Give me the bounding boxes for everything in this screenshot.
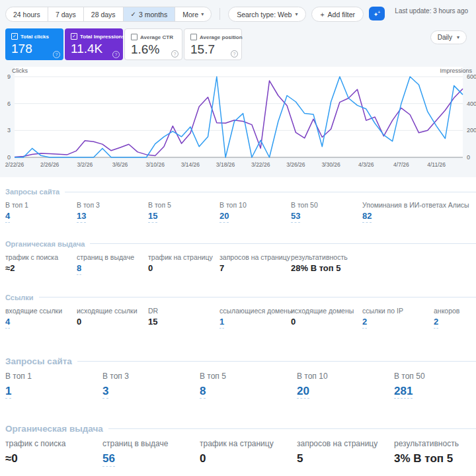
metric-label: Average CTR (140, 34, 173, 40)
stat-value[interactable]: 3 (102, 385, 108, 399)
stat-label: страниц в выдаче (77, 253, 148, 261)
stat-упоминания-в-ии-ответах-алисы: Упоминания в ИИ-ответах Алисы82 (362, 201, 469, 223)
stat-входящие-ссылки: входящие ссылки4 (5, 307, 77, 329)
time-filter-28-days[interactable]: 28 days (84, 7, 124, 21)
stat-label: В топ 50 (291, 201, 362, 209)
checked-checkbox-icon[interactable]: ✓ (71, 33, 77, 40)
stat-label: Упоминания в ИИ-ответах Алисы (362, 201, 469, 209)
stat-в-топ-50: В топ 50281 (394, 372, 425, 399)
help-icon[interactable]: ? (112, 51, 120, 58)
stat-label: трафик на страницу (148, 253, 219, 261)
stat-value[interactable]: 4 (5, 212, 10, 223)
metric-card-average-ctr[interactable]: Average CTR1.6%? (124, 28, 182, 60)
unchecked-checkbox-icon[interactable] (131, 34, 138, 40)
stat-value[interactable]: 82 (362, 212, 372, 223)
chevron-down-icon: ▾ (201, 11, 204, 17)
svg-text:200: 200 (467, 127, 476, 134)
section-rule (65, 192, 476, 192)
section-header: Органическая выдача (5, 424, 476, 434)
stat-value[interactable]: 56 (102, 452, 115, 467)
checked-checkbox-icon[interactable]: ✓ (11, 33, 18, 40)
section-items: трафик с поиска≈2страниц в выдаче8трафик… (5, 253, 476, 275)
ai-filter-button[interactable]: ✦+ (369, 7, 385, 20)
svg-text:0: 0 (7, 154, 11, 161)
stat-value[interactable]: 1 (219, 317, 224, 329)
granularity-dropdown[interactable]: Daily ▾ (430, 30, 467, 44)
section-items: трафик с поиска≈0страниц в выдаче56трафи… (5, 439, 476, 467)
add-filter-button[interactable]: + Add filter (311, 7, 364, 22)
time-filter-7-days[interactable]: 7 days (48, 7, 84, 21)
search-type-button[interactable]: Search type: Web ▾ (228, 7, 306, 22)
stat-запросов-на-страницу: запросов на страницу5 (297, 439, 394, 465)
time-filter-group: 24 hours7 days28 days✓3 monthsMore▾ (5, 7, 212, 22)
metric-cards-row: ✓Total clicks178?✓Total Impressions11.4K… (0, 28, 476, 60)
stat-value[interactable]: 15 (148, 212, 157, 223)
stat-страниц-в-выдаче: страниц в выдаче8 (77, 253, 148, 275)
svg-text:3/10/26: 3/10/26 (146, 161, 165, 168)
section-header: Запросы сайта (5, 188, 476, 196)
stat-value[interactable]: 281 (394, 385, 413, 399)
metric-card-average-position[interactable]: Average position15.7? (184, 28, 242, 60)
stat-label: В топ 10 (219, 201, 291, 209)
stat-анкоров: анкоров2 (434, 307, 459, 329)
stat-value[interactable]: 8 (77, 264, 81, 275)
performance-chart[interactable]: 00320064009600ClicksImpressions2/22/262/… (0, 67, 476, 171)
svg-text:600: 600 (467, 73, 476, 80)
stat-в-топ-10: В топ 1020 (219, 201, 291, 223)
stat-label: входящие ссылки (5, 307, 77, 315)
stat-label: В топ 3 (77, 201, 148, 209)
svg-text:4/7/26: 4/7/26 (393, 161, 409, 168)
stat-value: ≈0 (5, 452, 18, 465)
svg-text:4/3/26: 4/3/26 (358, 161, 374, 168)
help-icon[interactable]: ? (231, 50, 238, 58)
time-filter-more[interactable]: More▾ (175, 7, 211, 21)
stat-value[interactable]: 1 (5, 385, 11, 399)
svg-text:3/26/26: 3/26/26 (286, 161, 305, 168)
stat-запросов-на-страницу: запросов на страницу7 (219, 253, 291, 274)
section-header: Органическая выдача (5, 240, 476, 248)
svg-text:3: 3 (7, 127, 11, 134)
last-update-text: Last update: 3 hours ago (395, 7, 468, 15)
stat-value[interactable]: 4 (5, 317, 10, 329)
stat-ссылающиеся-домены: ссылающиеся домены1 (219, 307, 291, 329)
unchecked-checkbox-icon[interactable] (190, 34, 197, 40)
metric-card-total-impressions[interactable]: ✓Total Impressions11.4K? (65, 28, 123, 60)
toolbar-divider (219, 8, 220, 20)
section-органическая-выдача-4: Органическая выдачатрафик с поиска≈0стра… (5, 424, 476, 467)
stat-value: 5 (297, 452, 303, 465)
search-type-label: Search type: Web (237, 11, 292, 19)
stat-value: 15 (148, 317, 157, 327)
time-filter-label: 28 days (91, 11, 116, 19)
stat-результативность: результативность3% В топ 5 (394, 439, 459, 465)
metric-card-total-clicks[interactable]: ✓Total clicks178? (5, 28, 63, 60)
stat-value[interactable]: 13 (77, 212, 86, 223)
section-ссылки-2: Ссылкивходящие ссылки4исходящие ссылки0D… (5, 294, 476, 329)
stat-value[interactable]: 20 (219, 212, 229, 223)
check-icon: ✓ (131, 11, 136, 18)
stat-в-топ-50: В топ 5053 (291, 201, 362, 223)
stat-label: ссылающиеся домены (219, 307, 291, 315)
stat-label: ссылки по IP (362, 307, 434, 315)
stat-value[interactable]: 2 (362, 317, 367, 329)
svg-text:3/22/26: 3/22/26 (251, 161, 270, 168)
stat-value: 0 (200, 452, 206, 465)
time-filter-3-months[interactable]: ✓3 months (124, 7, 176, 21)
stat-в-топ-1: В топ 11 (5, 372, 102, 399)
card-header: Average CTR (131, 34, 182, 40)
help-icon[interactable]: ? (53, 51, 60, 58)
svg-text:0: 0 (467, 154, 470, 161)
stat-value[interactable]: 8 (200, 385, 206, 399)
sparkle-plus-icon: ✦+ (374, 10, 381, 18)
section-title: Запросы сайта (5, 188, 60, 196)
stat-трафик-с-поиска: трафик с поиска≈0 (5, 439, 102, 465)
stat-value[interactable]: 53 (291, 212, 300, 223)
time-filter-label: 24 hours (13, 11, 40, 19)
stat-value[interactable]: 2 (434, 317, 438, 329)
stat-label: трафик с поиска (5, 253, 77, 261)
time-filter-24-hours[interactable]: 24 hours (6, 7, 48, 21)
help-icon[interactable]: ? (171, 50, 178, 58)
metric-label: Average position (200, 34, 243, 40)
svg-text:9: 9 (7, 73, 11, 80)
stat-value[interactable]: 20 (297, 385, 309, 399)
stat-label: трафик с поиска (5, 439, 102, 448)
